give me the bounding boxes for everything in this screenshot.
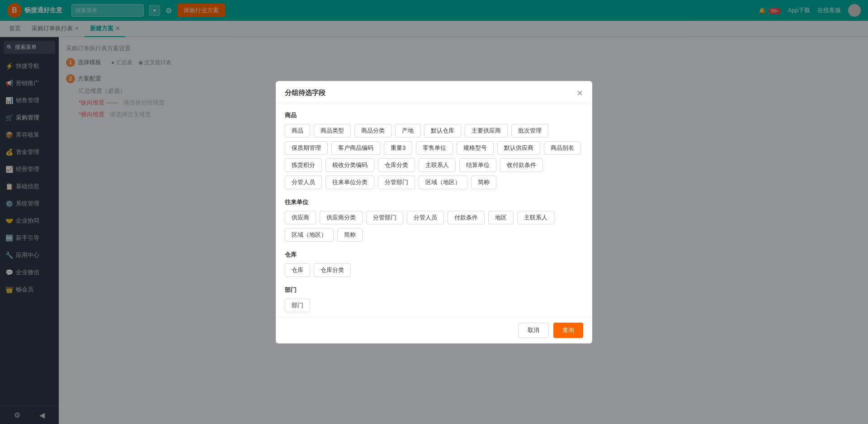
tag-customer-goods-code[interactable]: 客户商品编码 [331,141,380,155]
tag-partner-area[interactable]: 区域（地区） [285,228,334,242]
tag-spec-model[interactable]: 规格型号 [457,141,494,155]
tag-pick-points[interactable]: 拣货积分 [285,158,322,172]
modal-close-button[interactable]: ✕ [576,88,583,98]
section-partner-title: 往来单位 [285,198,583,206]
modal-title: 分组待选字段 [285,89,326,97]
tag-supervisor[interactable]: 分管人员 [285,176,322,189]
modal-body: 商品 商品 商品类型 商品分类 产地 默认仓库 主要供应商 批次管理 保质期管理… [276,104,592,317]
section-warehouse-tags: 仓库 仓库分类 [285,263,583,277]
tag-partner-category[interactable]: 往来单位分类 [326,176,374,189]
section-department: 部门 部门 [285,286,583,312]
section-warehouse-title: 仓库 [285,251,583,259]
tag-warehouse-category[interactable]: 仓库分类 [378,158,415,172]
tag-supplier-category[interactable]: 供应商分类 [320,211,363,224]
cancel-button[interactable]: 取消 [518,323,549,338]
tag-partner-payment[interactable]: 付款条件 [448,211,485,224]
tag-partner-region[interactable]: 地区 [488,211,514,224]
tag-partner-contact[interactable]: 主联系人 [517,211,554,224]
tag-settlement-unit[interactable]: 结算单位 [459,158,496,172]
tag-tax-code[interactable]: 税收分类编码 [326,158,374,172]
tag-supplier[interactable]: 供应商 [285,211,316,224]
tag-partner-short[interactable]: 简称 [337,228,363,242]
tag-batch-management[interactable]: 批次管理 [511,124,548,138]
tag-main-contact[interactable]: 主联系人 [419,158,456,172]
tag-origin[interactable]: 产地 [395,124,420,138]
tag-main-supplier[interactable]: 主要供应商 [465,124,508,138]
section-warehouse: 仓库 仓库 仓库分类 [285,251,583,277]
tag-goods[interactable]: 商品 [285,124,310,138]
tag-department[interactable]: 部门 [285,299,310,312]
tag-warehouse-cat[interactable]: 仓库分类 [314,263,351,277]
modal-dialog: 分组待选字段 ✕ 商品 商品 商品类型 商品分类 产地 默认仓库 主要供应商 批… [276,81,592,343]
tag-partner-dept[interactable]: 分管部门 [366,211,403,224]
section-goods-title: 商品 [285,111,583,119]
modal-footer: 取消 查询 [276,317,592,343]
modal-overlay: 分组待选字段 ✕ 商品 商品 商品类型 商品分类 产地 默认仓库 主要供应商 批… [0,0,868,424]
tag-payment-terms[interactable]: 收付款条件 [500,158,543,172]
section-goods-tags: 商品 商品类型 商品分类 产地 默认仓库 主要供应商 批次管理 保质期管理 客户… [285,124,583,189]
tag-partner-person[interactable]: 分管人员 [407,211,444,224]
tag-warehouse[interactable]: 仓库 [285,263,310,277]
tag-short-name[interactable]: 简称 [471,176,496,189]
confirm-button[interactable]: 查询 [553,323,583,338]
section-partner-tags: 供应商 供应商分类 分管部门 分管人员 付款条件 地区 主联系人 区域（地区） … [285,211,583,242]
tag-expiry-management[interactable]: 保质期管理 [285,141,328,155]
tag-goods-type[interactable]: 商品类型 [314,124,351,138]
tag-dept-in-charge[interactable]: 分管部门 [378,176,415,189]
tag-goods-category[interactable]: 商品分类 [354,124,392,138]
section-partner: 往来单位 供应商 供应商分类 分管部门 分管人员 付款条件 地区 主联系人 区域… [285,198,583,242]
tag-region[interactable]: 区域（地区） [419,176,467,189]
section-department-title: 部门 [285,286,583,294]
section-department-tags: 部门 [285,299,583,312]
tag-retail-unit[interactable]: 零售单位 [416,141,453,155]
tag-default-supplier[interactable]: 默认供应商 [497,141,540,155]
tag-default-warehouse[interactable]: 默认仓库 [424,124,461,138]
section-goods: 商品 商品 商品类型 商品分类 产地 默认仓库 主要供应商 批次管理 保质期管理… [285,111,583,189]
modal-header: 分组待选字段 ✕ [276,81,592,104]
tag-goods-alias[interactable]: 商品别名 [544,141,581,155]
tag-weight3[interactable]: 重量3 [384,141,412,155]
